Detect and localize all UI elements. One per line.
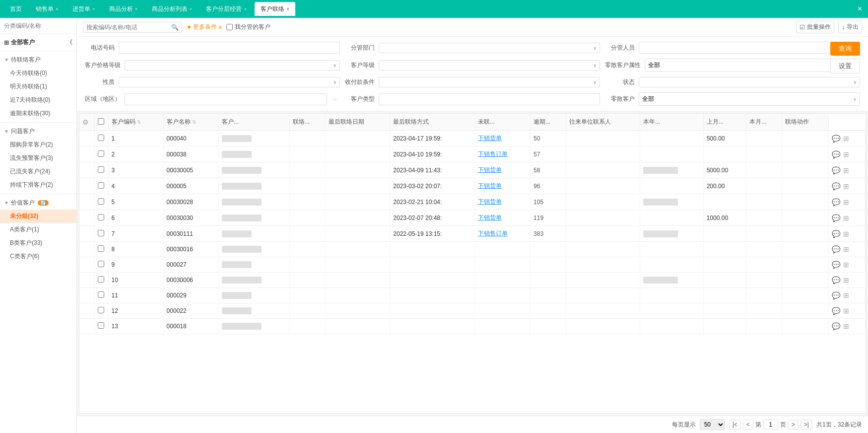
cell-last-method-1[interactable]: 下销售订单: [474, 146, 530, 162]
cell-last-method-6[interactable]: 下销售订单: [474, 226, 530, 242]
action-grid-icon-9[interactable]: ⊞: [843, 276, 849, 284]
my-customers-check[interactable]: [226, 24, 233, 30]
batch-operation-btn[interactable]: ☑ 批量操作: [796, 21, 834, 33]
cell-last-method-2[interactable]: 下销货单: [474, 162, 530, 178]
next-page-btn[interactable]: >: [788, 420, 799, 430]
reset-button[interactable]: 设置: [830, 59, 860, 73]
action-phone-icon-3[interactable]: 💬: [832, 182, 840, 190]
action-grid-icon-10[interactable]: ⊞: [843, 291, 849, 299]
action-phone-icon-2[interactable]: 💬: [832, 166, 840, 174]
row-checkbox-6[interactable]: [98, 230, 104, 236]
action-grid-icon-5[interactable]: ⊞: [843, 214, 849, 222]
payment-select[interactable]: ∨: [379, 77, 600, 87]
sidebar-item-class-a[interactable]: A类客户(1): [0, 223, 76, 236]
action-phone-icon-4[interactable]: 💬: [832, 198, 840, 206]
row-checkbox-11[interactable]: [98, 307, 104, 313]
nav-tab-home[interactable]: 首页: [4, 2, 28, 16]
filter-search-input[interactable]: [86, 24, 169, 31]
cell-last-method-4[interactable]: 下销货单: [474, 194, 530, 210]
cell-last-method-0[interactable]: 下销货单: [474, 131, 530, 146]
cell-checkbox-6[interactable]: [94, 226, 108, 242]
cell-last-method-11[interactable]: [474, 303, 530, 319]
region-input[interactable]: [125, 93, 327, 105]
nav-tab-analysis-list[interactable]: 商品分析列表 ×: [146, 2, 199, 16]
manager-input[interactable]: [639, 42, 847, 54]
phone-input[interactable]: [119, 42, 340, 54]
th-name[interactable]: 客户名称 ⇅: [163, 114, 218, 131]
sidebar-group-problem[interactable]: ▼ 问题客户: [0, 125, 76, 138]
row-checkbox-12[interactable]: [98, 322, 104, 329]
customer-tier-tab-close[interactable]: ×: [244, 6, 247, 12]
sidebar-item-today-pending[interactable]: 今天待联络(0): [0, 67, 76, 80]
sidebar-item-tomorrow-pending[interactable]: 明天待联络(1): [0, 80, 76, 93]
row-checkbox-3[interactable]: [98, 182, 104, 189]
row-checkbox-7[interactable]: [98, 245, 104, 252]
cell-checkbox-10[interactable]: [94, 288, 108, 303]
cell-checkbox-5[interactable]: [94, 210, 108, 226]
action-phone-icon-9[interactable]: 💬: [832, 276, 840, 284]
select-all-checkbox[interactable]: [98, 118, 104, 125]
row-checkbox-1[interactable]: [98, 150, 104, 157]
retail-customer-select[interactable]: 全部 ∨: [639, 92, 860, 106]
sidebar-item-class-c[interactable]: C类客户(6): [0, 250, 76, 263]
action-grid-icon-4[interactable]: ⊞: [843, 198, 849, 206]
customer-contact-tab-close[interactable]: ×: [286, 6, 289, 12]
analysis-tab-close[interactable]: ×: [135, 6, 138, 12]
sidebar-item-declining[interactable]: 持续下滑客户(2): [0, 178, 76, 192]
last-page-btn[interactable]: >|: [801, 420, 812, 430]
action-phone-icon-8[interactable]: 💬: [832, 261, 840, 269]
sidebar-group-pending[interactable]: ▼ 待联络客户: [0, 53, 76, 67]
cell-last-method-8[interactable]: [474, 257, 530, 273]
cell-last-method-9[interactable]: [474, 273, 530, 288]
action-phone-icon-1[interactable]: 💬: [832, 150, 840, 158]
customer-type-input[interactable]: [379, 93, 600, 105]
per-page-select[interactable]: 50 100 200: [700, 419, 725, 430]
action-phone-icon-10[interactable]: 💬: [832, 291, 840, 299]
cell-last-method-10[interactable]: [474, 288, 530, 303]
sidebar-search-input[interactable]: [4, 22, 77, 29]
cell-checkbox-3[interactable]: [94, 178, 108, 194]
action-grid-icon-1[interactable]: ⊞: [843, 150, 849, 158]
cell-checkbox-2[interactable]: [94, 162, 108, 178]
nature-select[interactable]: ∨: [119, 77, 340, 87]
action-grid-icon-12[interactable]: ⊞: [843, 322, 849, 330]
action-phone-icon-12[interactable]: 💬: [832, 322, 840, 330]
cell-last-method-5[interactable]: 下销货单: [474, 210, 530, 226]
dept-select[interactable]: ∨: [379, 43, 600, 53]
nav-tab-purchase[interactable]: 进货单 ×: [67, 2, 101, 16]
sidebar-item-7day-pending[interactable]: 近7天待联络(0): [0, 93, 76, 107]
row-checkbox-8[interactable]: [98, 261, 104, 267]
nav-tab-analysis[interactable]: 商品分析 ×: [103, 2, 144, 16]
all-customers-header[interactable]: ⊞ 全部客户 《: [0, 34, 76, 49]
cell-checkbox-8[interactable]: [94, 257, 108, 273]
nav-tab-customer-contact[interactable]: 客户联络 ×: [255, 2, 295, 16]
action-grid-icon-8[interactable]: ⊞: [843, 261, 849, 269]
cell-checkbox-12[interactable]: [94, 319, 108, 334]
nav-window-close[interactable]: ×: [856, 2, 864, 15]
action-grid-icon-3[interactable]: ⊞: [843, 182, 849, 190]
action-phone-icon-6[interactable]: 💬: [832, 230, 840, 238]
sidebar-item-overdue-pending[interactable]: 逾期未联络(30): [0, 107, 76, 120]
th-checkbox[interactable]: [94, 114, 108, 131]
action-phone-icon-0[interactable]: 💬: [832, 135, 840, 143]
row-checkbox-2[interactable]: [98, 166, 104, 173]
region-dots[interactable]: ···: [331, 96, 340, 103]
cell-checkbox-1[interactable]: [94, 146, 108, 162]
action-phone-icon-5[interactable]: 💬: [832, 214, 840, 222]
sidebar-item-churn-warning[interactable]: 流失预警客户(3): [0, 151, 76, 165]
purchase-tab-close[interactable]: ×: [92, 6, 95, 12]
cell-checkbox-9[interactable]: [94, 273, 108, 288]
cell-last-method-3[interactable]: 下销货单: [474, 178, 530, 194]
cell-checkbox-11[interactable]: [94, 303, 108, 319]
action-grid-icon-7[interactable]: ⊞: [843, 245, 849, 253]
action-grid-icon-11[interactable]: ⊞: [843, 307, 849, 315]
action-grid-icon-6[interactable]: ⊞: [843, 230, 849, 238]
page-number-input[interactable]: [763, 420, 778, 430]
status-select[interactable]: ∨: [639, 77, 860, 87]
cell-last-method-12[interactable]: [474, 319, 530, 334]
sidebar-item-churned[interactable]: 已流失客户(24): [0, 165, 76, 178]
th-code[interactable]: 客户编码 ⇅: [108, 114, 163, 131]
action-phone-icon-7[interactable]: 💬: [832, 245, 840, 253]
sales-tab-close[interactable]: ×: [56, 6, 59, 12]
sidebar-item-hoarding-anomaly[interactable]: 囤购异常客户(2): [0, 138, 76, 151]
